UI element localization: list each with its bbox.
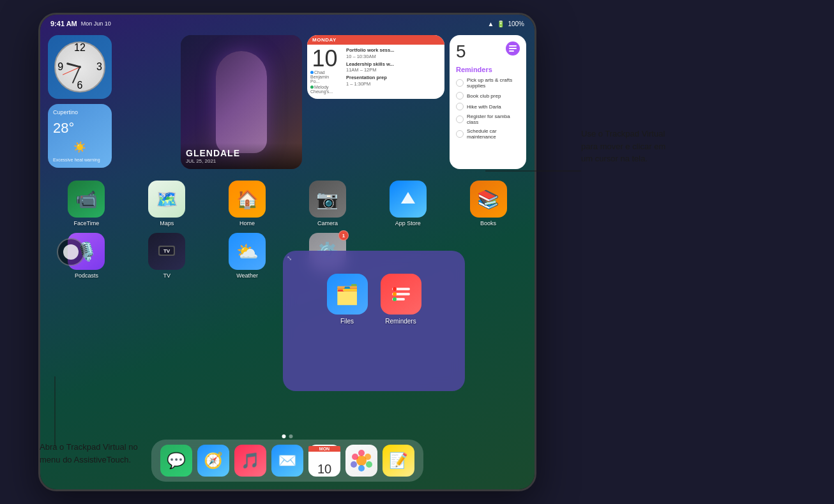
dock-notes[interactable]: 📝 (383, 445, 414, 477)
clock-num-9: 9 (57, 61, 63, 73)
music-widget[interactable]: GLENDALE JUL 25, 2021 (181, 35, 302, 169)
weather-icon: ☀️ (53, 141, 107, 153)
dock-mail-icon: ✉️ (271, 445, 303, 477)
dock-music[interactable]: 🎵 (234, 445, 266, 477)
app-weather[interactable]: ⛅ Weather (209, 233, 286, 279)
status-bar: 9:41 AM Mon Jun 10 ▲ 🔋 100% (40, 15, 535, 33)
dock: 💬 🧭 🎵 ✉️ MON 10 (151, 440, 423, 482)
reminder-item-1: Pick up arts & crafts supplies (456, 77, 520, 89)
svg-text:TV: TV (163, 248, 171, 254)
dock-calendar-date: 10 (317, 463, 331, 475)
folder-app-reminders[interactable]: Reminders (381, 274, 421, 325)
reminders-header: 5 (456, 41, 520, 62)
books-icon: 📚 (470, 181, 507, 218)
reminder-item-5: Schedule car maintenance (456, 128, 520, 140)
calendar-event-2: Leadership skills w... 11AM – 12PM (346, 61, 441, 74)
files-icon: 🗂️ (327, 274, 368, 315)
app-camera[interactable]: 📷 Camera (289, 181, 367, 226)
battery-percent: 100% (508, 20, 524, 27)
maps-icon: 🗺️ (148, 181, 185, 218)
battery-icon: 🔋 (497, 20, 504, 27)
appstore-icon (390, 181, 427, 218)
reminders-widget[interactable]: 5 Reminders Pick up arts & crafts suppli… (450, 35, 526, 169)
calendar-event-3: Presentation prep 1 – 1:30PM (346, 75, 441, 87)
calendar-event-1: Portfolio work sess... 10 – 10:30AM (346, 47, 441, 60)
appstore-label: App Store (395, 220, 421, 226)
weather-widget[interactable]: Cupertino 28° ☀️ Excessive heat warning (48, 104, 112, 168)
svg-rect-1 (509, 48, 517, 49)
weather-temp: 28° (53, 120, 107, 137)
reminders-icon (506, 41, 520, 56)
camera-label: Camera (317, 220, 338, 226)
podcasts-label: Podcasts (75, 272, 98, 279)
svg-point-9 (393, 287, 397, 291)
folder-app-files[interactable]: 🗂️ Files (327, 274, 368, 325)
annotation-bottom-left: Abra o Trackpad Virtual no menu do Assis… (40, 441, 138, 466)
status-time: 9:41 AM (50, 20, 77, 27)
music-figure (216, 51, 267, 153)
clock-face: 12 3 6 9 (54, 41, 105, 93)
books-label: Books (480, 220, 496, 226)
left-widget-column: 12 3 6 9 Cupertino 28° ☀️ Excessive heat… (48, 35, 112, 168)
ipad-screen: 9:41 AM Mon Jun 10 ▲ 🔋 100% 12 3 (40, 15, 535, 489)
reminder-item-3: Hike with Darla (456, 103, 520, 110)
clock-center (79, 66, 81, 68)
dock-calendar[interactable]: MON 10 (308, 445, 340, 477)
tv-label: TV (163, 272, 171, 279)
page-dots (282, 434, 293, 438)
svg-point-11 (393, 297, 397, 301)
dock-safari-icon: 🧭 (197, 445, 229, 477)
music-overlay: GLENDALE JUL 25, 2021 (181, 143, 302, 169)
folder-overlay[interactable]: ⤡ 🗂️ Files (283, 251, 465, 391)
clock-num-12: 12 (74, 42, 86, 54)
reminders-title: Reminders (456, 66, 520, 73)
folder-apps: 🗂️ Files Reminders (293, 274, 455, 325)
folder-resize-icon: ⤡ (287, 255, 292, 262)
calendar-events: Portfolio work sess... 10 – 10:30AM Lead… (342, 45, 444, 96)
svg-point-16 (358, 465, 365, 471)
dock-photos[interactable] (345, 445, 377, 477)
clock-widget[interactable]: 12 3 6 9 (48, 35, 112, 99)
dock-messages[interactable]: 💬 (160, 445, 192, 477)
calendar-header: MONDAY (307, 35, 444, 45)
status-date: Mon Jun 10 (81, 20, 111, 27)
app-maps[interactable]: 🗺️ Maps (128, 181, 206, 226)
music-date: JUL 25, 2021 (186, 158, 297, 164)
svg-point-13 (358, 450, 365, 456)
calendar-day-name: MONDAY (312, 37, 337, 43)
dock-photos-icon (345, 445, 377, 477)
clock-num-3: 3 (96, 61, 102, 73)
annotation-right: Use o Trackpad Virtual para mover e clic… (581, 128, 665, 165)
page-dot-2[interactable] (289, 434, 293, 438)
app-facetime[interactable]: 📹 FaceTime (48, 181, 125, 226)
svg-rect-2 (509, 50, 514, 52)
svg-point-18 (352, 454, 358, 460)
dock-safari[interactable]: 🧭 (197, 445, 229, 477)
home-label: Home (239, 220, 255, 226)
app-books[interactable]: 📚 Books (450, 181, 527, 226)
facetime-icon: 📹 (68, 181, 105, 218)
calendar-attendee2: Melody Cheung's... (310, 85, 339, 94)
calendar-date-section: 10 Chad Benjamin Po... Melody Cheung's..… (307, 45, 342, 96)
weather-city: Cupertino (53, 109, 107, 115)
calendar-content: 10 Chad Benjamin Po... Melody Cheung's..… (307, 45, 444, 96)
svg-point-14 (365, 454, 371, 460)
clock-num-6: 6 (77, 80, 83, 91)
svg-point-10 (393, 292, 397, 296)
dock-messages-icon: 💬 (160, 445, 192, 477)
app-appstore[interactable]: App Store (369, 181, 446, 226)
calendar-attendee1: Chad Benjamin Po... (310, 70, 339, 84)
assistive-touch-inner (63, 244, 79, 260)
assistive-touch-button[interactable] (57, 238, 85, 266)
dock-calendar-icon: MON 10 (308, 445, 340, 477)
dock-notes-icon: 📝 (383, 445, 414, 477)
maps-label: Maps (160, 220, 174, 226)
app-tv[interactable]: TV TV (128, 233, 206, 279)
svg-point-17 (351, 461, 357, 468)
app-home[interactable]: 🏠 Home (209, 181, 286, 226)
dock-music-icon: 🎵 (234, 445, 266, 477)
calendar-widget[interactable]: MONDAY 10 Chad Benjamin Po... Melody Che… (307, 35, 444, 99)
dock-mail[interactable]: ✉️ (271, 445, 303, 477)
page-dot-1[interactable] (282, 434, 286, 438)
reminders-count: 5 (456, 41, 466, 62)
